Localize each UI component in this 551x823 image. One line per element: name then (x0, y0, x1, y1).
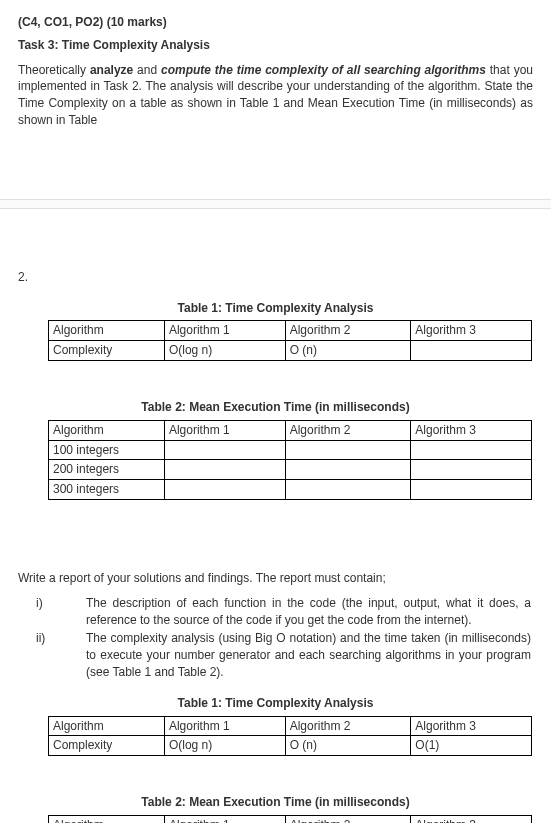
report-intro: Write a report of your solutions and fin… (18, 570, 533, 587)
cell: Algorithm 3 (411, 815, 532, 823)
cell: Algorithm (49, 321, 165, 341)
cell: O (n) (285, 736, 411, 756)
list-text: The description of each function in the … (86, 595, 533, 629)
cell: Algorithm (49, 420, 165, 440)
cell (285, 460, 411, 480)
list-text: The complexity analysis (using Big O not… (86, 630, 533, 680)
intro-paragraph: Theoretically analyze and compute the ti… (18, 62, 533, 129)
list-label: i) (18, 595, 86, 629)
table2b: Algorithm Algorithm 1 Algorithm 2 Algori… (48, 815, 532, 823)
table1a-title: Table 1: Time Complexity Analysis (18, 300, 533, 317)
cell (164, 480, 285, 500)
cell (285, 440, 411, 460)
cell: Algorithm 2 (285, 815, 411, 823)
intro-text-1: Theoretically (18, 63, 90, 77)
header-metadata: (C4, CO1, PO2) (10 marks) (18, 14, 533, 31)
cell: Algorithm 1 (164, 420, 285, 440)
cell: O(log n) (164, 736, 285, 756)
table-row: Algorithm Algorithm 1 Algorithm 2 Algori… (49, 420, 532, 440)
cell: O(1) (411, 736, 532, 756)
table2b-title: Table 2: Mean Execution Time (in millise… (18, 794, 533, 811)
section-divider (0, 199, 551, 209)
cell (164, 460, 285, 480)
cell: Algorithm 3 (411, 321, 532, 341)
cell: Algorithm 1 (164, 716, 285, 736)
cell: Algorithm 3 (411, 716, 532, 736)
table1b: Algorithm Algorithm 1 Algorithm 2 Algori… (48, 716, 532, 757)
cell (164, 440, 285, 460)
table-row: 100 integers (49, 440, 532, 460)
table2a-title: Table 2: Mean Execution Time (in millise… (18, 399, 533, 416)
list-item-i: i) The description of each function in t… (18, 595, 533, 629)
cell: Algorithm 3 (411, 420, 532, 440)
table-row: Complexity O(log n) O (n) (49, 341, 532, 361)
cell (285, 480, 411, 500)
cell: 300 integers (49, 480, 165, 500)
cell: Complexity (49, 736, 165, 756)
intro-text-2: and (133, 63, 161, 77)
table-row: Algorithm Algorithm 1 Algorithm 2 Algori… (49, 815, 532, 823)
cell: Algorithm 1 (164, 321, 285, 341)
cell: O (n) (285, 341, 411, 361)
cell: Complexity (49, 341, 165, 361)
cell (411, 341, 532, 361)
table1a: Algorithm Algorithm 1 Algorithm 2 Algori… (48, 320, 532, 361)
table-row: 300 integers (49, 480, 532, 500)
cell: Algorithm 2 (285, 321, 411, 341)
cell (411, 460, 532, 480)
table2a: Algorithm Algorithm 1 Algorithm 2 Algori… (48, 420, 532, 500)
cell: Algorithm 2 (285, 716, 411, 736)
cell: 200 integers (49, 460, 165, 480)
task-title: Task 3: Time Complexity Analysis (18, 37, 533, 54)
intro-analyze: analyze (90, 63, 133, 77)
cell (411, 480, 532, 500)
table1b-title: Table 1: Time Complexity Analysis (18, 695, 533, 712)
cell: O(log n) (164, 341, 285, 361)
table-row: Algorithm Algorithm 1 Algorithm 2 Algori… (49, 716, 532, 736)
list-label: ii) (18, 630, 86, 680)
table-row: 200 integers (49, 460, 532, 480)
cell (411, 440, 532, 460)
cell: Algorithm 1 (164, 815, 285, 823)
cell: Algorithm (49, 815, 165, 823)
cell: 100 integers (49, 440, 165, 460)
section-number: 2. (18, 269, 533, 286)
intro-compute: compute the time complexity of all searc… (161, 63, 486, 77)
list-item-ii: ii) The complexity analysis (using Big O… (18, 630, 533, 680)
cell: Algorithm 2 (285, 420, 411, 440)
table-row: Algorithm Algorithm 1 Algorithm 2 Algori… (49, 321, 532, 341)
cell: Algorithm (49, 716, 165, 736)
table-row: Complexity O(log n) O (n) O(1) (49, 736, 532, 756)
